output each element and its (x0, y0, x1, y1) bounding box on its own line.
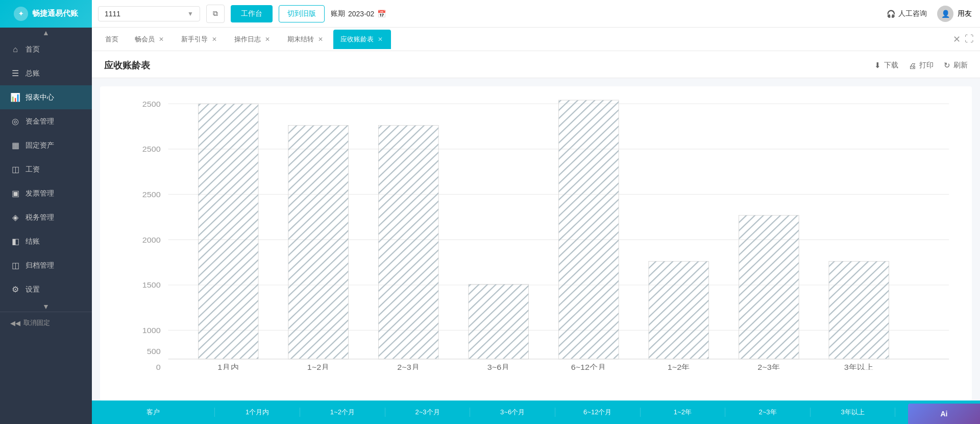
tab-member-close[interactable]: ✕ (158, 36, 165, 43)
switch-old-button[interactable]: 切到旧版 (279, 5, 325, 22)
period-value: 2023-02 (348, 10, 374, 18)
home-icon: ⌂ (10, 45, 20, 54)
settings-icon: ⚙ (10, 285, 20, 294)
workbench-button[interactable]: 工作台 (231, 5, 273, 22)
svg-rect-15 (198, 104, 258, 359)
svg-text:2~3月: 2~3月 (397, 363, 420, 370)
ai-label: Ai (941, 410, 948, 418)
sidebar-label-checkout: 结账 (26, 237, 40, 246)
sidebar-label-salary: 工资 (26, 165, 40, 174)
expand-button[interactable]: ⛶ (965, 34, 974, 44)
tab-guide-close[interactable]: ✕ (211, 36, 218, 43)
tab-home[interactable]: 首页 (98, 30, 126, 49)
tab-aging-label: 应收账龄表 (340, 35, 374, 44)
sidebar-scroll-down[interactable]: ▼ (0, 301, 92, 312)
user-area[interactable]: 👤 用友 (937, 6, 972, 22)
col-1month: 1个月内 (215, 408, 300, 417)
sidebar-scroll-up[interactable]: ▲ (0, 28, 92, 38)
tab-oplog-close[interactable]: ✕ (264, 36, 271, 43)
tabs-bar: 首页 畅会员 ✕ 新手引导 ✕ 操作日志 ✕ 期末结转 ✕ 应收账龄表 ✕ (92, 28, 980, 51)
col-customer: 客户 (92, 408, 215, 417)
chart-container: 2500 2500 2500 2000 1500 1000 500 0 (100, 86, 972, 401)
header-right: 🎧 人工咨询 👤 用友 (887, 6, 972, 22)
sidebar-label-settings: 设置 (26, 285, 40, 294)
svg-text:2500: 2500 (142, 190, 161, 199)
copy-button[interactable]: ⧉ (206, 5, 225, 23)
download-button[interactable]: ⬇ 下载 (874, 61, 898, 70)
tab-oplog-label: 操作日志 (234, 35, 261, 44)
print-label: 打印 (919, 61, 934, 70)
col-2-3years: 2~3年 (725, 408, 811, 417)
sidebar-item-checkout[interactable]: ◧ 结账 (0, 229, 92, 253)
sidebar-item-salary[interactable]: ◫ 工资 (0, 157, 92, 181)
sidebar-label-ledger: 总账 (26, 69, 40, 78)
print-button[interactable]: 🖨 打印 (909, 61, 934, 70)
svg-text:3~6月: 3~6月 (487, 363, 510, 370)
svg-text:2500: 2500 (142, 145, 161, 154)
svg-text:2~3年: 2~3年 (757, 363, 780, 370)
period-area: 账期 2023-02 📅 (331, 9, 386, 18)
refresh-icon: ↻ (944, 61, 950, 70)
svg-rect-20 (649, 261, 709, 359)
logo-text: 畅捷通易代账 (32, 9, 78, 18)
sidebar-item-assets[interactable]: ▦ 固定资产 (0, 133, 92, 157)
tab-oplog[interactable]: 操作日志 ✕ (227, 30, 278, 49)
svg-text:1000: 1000 (142, 326, 161, 335)
tab-member-label: 畅会员 (135, 35, 155, 44)
sidebar-label-reports: 报表中心 (26, 93, 54, 102)
table-header: 客户 1个月内 1~2个月 2~3个月 3~6个月 6~12个月 1~2年 2~… (92, 401, 980, 424)
calendar-icon[interactable]: 📅 (377, 10, 386, 18)
tab-aging[interactable]: 应收账龄表 ✕ (333, 30, 391, 49)
main-layout: ▲ ⌂ 首页 ☰ 总账 📊 报表中心 ◎ 资金管理 ▦ 固定资产 ◫ 工资 ▣ … (0, 28, 980, 424)
ai-bar[interactable]: Ai (908, 404, 980, 424)
ledger-icon: ☰ (10, 68, 20, 78)
logo-area: ✦ 畅捷通易代账 (0, 0, 92, 28)
col-6-12months: 6~12个月 (555, 408, 641, 417)
sidebar-item-settings[interactable]: ⚙ 设置 (0, 277, 92, 301)
svg-rect-21 (739, 215, 799, 359)
refresh-label: 刷新 (953, 61, 968, 70)
reports-icon: 📊 (10, 92, 20, 102)
checkout-icon: ◧ (10, 237, 20, 246)
tab-yearend-label: 期末结转 (287, 35, 314, 44)
avatar: 👤 (937, 6, 953, 22)
svg-rect-19 (558, 100, 619, 359)
page-title: 应收账龄表 (104, 59, 150, 72)
unpin-button[interactable]: ◀◀ 取消固定 (0, 312, 92, 334)
tab-yearend[interactable]: 期末结转 ✕ (280, 30, 331, 49)
page-content: 应收账龄表 ⬇ 下载 🖨 打印 ↻ 刷新 (92, 51, 980, 424)
tab-guide[interactable]: 新手引导 ✕ (174, 30, 225, 49)
sidebar-label-archive: 归档管理 (26, 261, 54, 270)
tax-icon: ◈ (10, 213, 20, 222)
invoice-icon: ▣ (10, 189, 20, 198)
sidebar-item-ledger[interactable]: ☰ 总账 (0, 61, 92, 85)
tab-member[interactable]: 畅会员 ✕ (128, 30, 172, 49)
svg-text:6~12个月: 6~12个月 (571, 363, 606, 370)
tabs-actions: ✕ ⛶ (953, 34, 974, 45)
sidebar-item-funds[interactable]: ◎ 资金管理 (0, 109, 92, 133)
svg-text:2000: 2000 (142, 235, 161, 244)
tab-aging-close[interactable]: ✕ (377, 36, 384, 43)
sidebar-item-archive[interactable]: ◫ 归档管理 (0, 253, 92, 277)
consultation-label: 人工咨询 (898, 9, 927, 18)
sidebar-item-tax[interactable]: ◈ 税务管理 (0, 205, 92, 229)
page-header: 应收账龄表 ⬇ 下载 🖨 打印 ↻ 刷新 (92, 51, 980, 78)
download-label: 下载 (884, 61, 898, 70)
svg-text:1月内: 1月内 (217, 363, 239, 370)
refresh-button[interactable]: ↻ 刷新 (944, 61, 968, 70)
download-icon: ⬇ (874, 61, 881, 70)
tab-yearend-close[interactable]: ✕ (317, 36, 324, 43)
sidebar-item-reports[interactable]: 📊 报表中心 (0, 85, 92, 109)
col-3plus-years: 3年以上 (811, 408, 896, 417)
period-label: 账期 (331, 9, 345, 18)
tab-guide-label: 新手引导 (181, 35, 208, 44)
col-1-2years: 1~2年 (641, 408, 726, 417)
col-2-3months: 2~3个月 (385, 408, 471, 417)
consultation-button[interactable]: 🎧 人工咨询 (887, 9, 927, 18)
sidebar-item-home[interactable]: ⌂ 首页 (0, 38, 92, 61)
sidebar-item-invoice[interactable]: ▣ 发票管理 (0, 181, 92, 205)
content-area: 首页 畅会员 ✕ 新手引导 ✕ 操作日志 ✕ 期末结转 ✕ 应收账龄表 ✕ (92, 28, 980, 424)
svg-rect-22 (829, 261, 889, 359)
company-selector[interactable]: 1111 ▼ (98, 6, 200, 21)
close-all-tabs-button[interactable]: ✕ (953, 34, 961, 45)
